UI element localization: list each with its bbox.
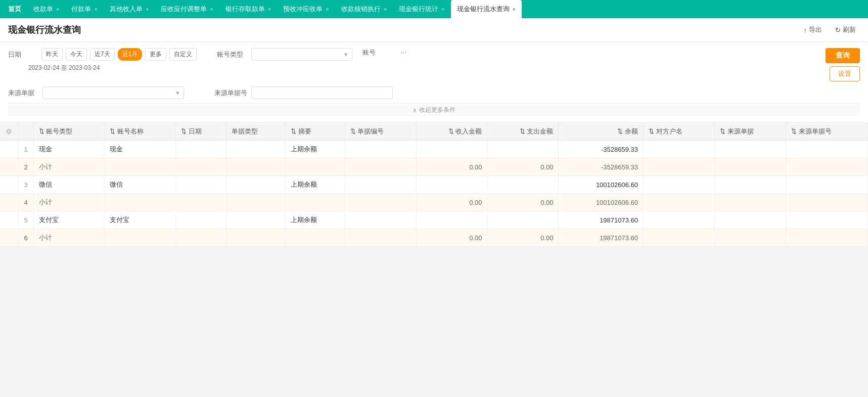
collapse-up-icon: ∧ (413, 107, 417, 114)
date-7days-btn[interactable]: 近7天 (90, 48, 115, 61)
cell-account-type: 小计 (33, 229, 105, 247)
col-income[interactable]: ⇅ 收入金额 (416, 123, 487, 141)
nav-tab-reconcile[interactable]: 收款核销执行 × (335, 0, 393, 18)
nav-tab-stats[interactable]: 现金银行统计 × (393, 0, 450, 18)
cell-date (176, 158, 226, 176)
cell-source-doc-no (786, 194, 868, 211)
nav-tab-advance[interactable]: 预收冲应收单 × (277, 0, 335, 18)
cell-account-type: 微信 (33, 176, 105, 194)
close-icon[interactable]: × (94, 6, 97, 12)
cell-num: 6 (18, 229, 33, 247)
cell-gear (0, 194, 18, 211)
account-label: 账号 (362, 48, 393, 57)
cell-account-type: 现金 (33, 141, 105, 158)
nav-tab-bank-withdraw[interactable]: 银行存取款单 × (219, 0, 277, 18)
cell-balance: 19871073.60 (559, 229, 644, 247)
close-icon[interactable]: × (268, 6, 271, 12)
close-icon[interactable]: × (210, 6, 213, 12)
export-button[interactable]: ↑ 导出 (800, 23, 827, 36)
nav-tab-adjustments[interactable]: 应收应付调整单 × (155, 0, 219, 18)
refresh-button[interactable]: ↻ 刷新 (831, 23, 860, 36)
source-doc-no-label: 来源单据号 (214, 89, 247, 98)
page-title: 现金银行流水查询 (8, 24, 81, 36)
cell-income: 0.00 (416, 229, 487, 247)
col-source-doc-no[interactable]: ⇅ 来源单据号 (786, 123, 868, 141)
cell-counterpart (644, 194, 715, 211)
collapse-row: ∧ 收起更多条件 (8, 103, 860, 116)
cell-expense (487, 211, 559, 229)
account-type-label: 账号类型 (217, 50, 247, 59)
account-type-select[interactable]: ▾ (251, 48, 352, 61)
cell-source-doc-no (786, 211, 868, 229)
dots-button[interactable]: ··· (397, 48, 409, 57)
col-counterpart[interactable]: ⇅ 对方户名 (644, 123, 715, 141)
cell-balance: -3528659.33 (559, 158, 644, 176)
table-row: 6小计0.000.0019871073.60 (0, 229, 868, 247)
header-actions: ↑ 导出 ↻ 刷新 (800, 23, 860, 36)
source-doc-no-input[interactable] (251, 86, 393, 99)
cell-income: 0.00 (416, 194, 487, 211)
data-table: ⚙ ⇅ 账号类型 ⇅ 账号名称 ⇅ 日期 单据类型 (0, 123, 868, 247)
date-1month-btn[interactable]: 近1月 (118, 48, 143, 61)
cell-source-doc-no (786, 158, 868, 176)
cell-doc-no (345, 211, 416, 229)
cell-date (176, 229, 226, 247)
col-date[interactable]: ⇅ 日期 (176, 123, 226, 141)
table-row: 2小计0.000.00-3528659.33 (0, 158, 868, 176)
col-account-name[interactable]: ⇅ 账号名称 (105, 123, 176, 141)
collapse-button[interactable]: ∧ 收起更多条件 (8, 103, 860, 116)
close-icon[interactable]: × (326, 6, 329, 12)
close-icon[interactable]: × (146, 6, 149, 12)
source-doc-select[interactable]: ▾ (42, 86, 184, 99)
cell-summary (286, 194, 345, 211)
nav-home[interactable]: 首页 (2, 0, 27, 18)
cell-num: 1 (18, 141, 33, 158)
nav-tab-payments[interactable]: 付款单 × (65, 0, 103, 18)
nav-tab-other-income[interactable]: 其他收入单 × (104, 0, 155, 18)
date-today-btn[interactable]: 今天 (66, 48, 87, 61)
cell-gear (0, 158, 18, 176)
date-filter-group: 昨天 今天 近7天 近1月 更多 自定义 (41, 48, 197, 61)
cell-account-name: 微信 (105, 176, 176, 194)
chevron-down-icon2: ▾ (176, 89, 179, 97)
close-icon[interactable]: × (513, 6, 516, 12)
query-button[interactable]: 查询 (826, 48, 860, 63)
table-row: 1现金现金上期余额-3528659.33 (0, 141, 868, 158)
table-row: 3微信微信上期余额100102606.60 (0, 176, 868, 194)
cell-summary (286, 229, 345, 247)
cell-counterpart (644, 141, 715, 158)
cell-account-type: 小计 (33, 194, 105, 211)
col-source-doc[interactable]: ⇅ 来源单据 (715, 123, 786, 141)
cell-account-type: 小计 (33, 158, 105, 176)
cell-counterpart (644, 229, 715, 247)
col-doc-no[interactable]: ⇅ 单据编号 (345, 123, 416, 141)
col-account-type[interactable]: ⇅ 账号类型 (33, 123, 105, 141)
nav-tab-receipts[interactable]: 收款单 × (27, 0, 65, 18)
chevron-down-icon: ▾ (344, 51, 348, 58)
close-icon[interactable]: × (441, 6, 444, 12)
col-balance[interactable]: ⇅ 余额 (559, 123, 644, 141)
close-icon[interactable]: × (56, 6, 59, 12)
col-expense[interactable]: ⇅ 支出金额 (487, 123, 559, 141)
date-range-display: 2023-02-24 至 2023-03-24 (28, 64, 100, 71)
cell-source-doc (715, 141, 786, 158)
date-custom-btn[interactable]: 自定义 (169, 48, 197, 61)
source-doc-label: 来源单据 (8, 89, 38, 98)
table-container: ⚙ ⇅ 账号类型 ⇅ 账号名称 ⇅ 日期 单据类型 (0, 123, 868, 247)
date-more-btn[interactable]: 更多 (145, 48, 166, 61)
cell-date (176, 211, 226, 229)
col-summary[interactable]: ⇅ 摘要 (286, 123, 345, 141)
settings-button[interactable]: 设置 (830, 66, 860, 81)
cell-doc-no (345, 176, 416, 194)
close-icon[interactable]: × (384, 6, 387, 12)
cell-summary: 上期余额 (286, 211, 345, 229)
col-num (18, 123, 33, 141)
column-settings-icon[interactable]: ⚙ (6, 127, 12, 136)
cell-counterpart (644, 211, 715, 229)
date-yesterday-btn[interactable]: 昨天 (41, 48, 63, 61)
export-icon: ↑ (804, 26, 807, 34)
nav-tab-flow-query[interactable]: 现金银行流水查询 × (451, 0, 522, 18)
refresh-icon: ↻ (835, 26, 841, 34)
cell-balance: 100102606.60 (559, 176, 644, 194)
cell-source-doc (715, 176, 786, 194)
